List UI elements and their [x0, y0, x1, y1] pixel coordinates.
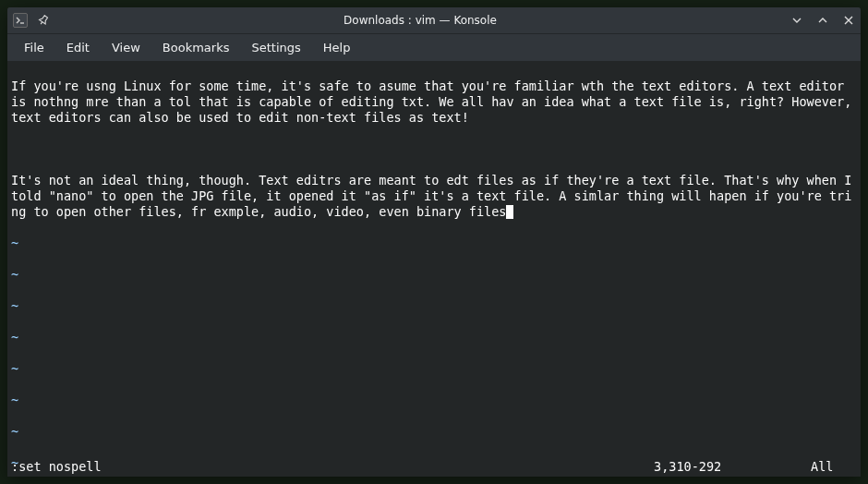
- pin-icon[interactable]: [37, 14, 50, 27]
- vim-tilde: ~: [11, 424, 857, 440]
- menu-file[interactable]: File: [15, 37, 54, 58]
- text-paragraph-1: If you're usng Linux for some time, it's…: [11, 79, 857, 126]
- window-title: Downloads : vim — Konsole: [50, 14, 790, 27]
- blank-line: [11, 141, 857, 157]
- minimize-icon[interactable]: [790, 14, 803, 27]
- cursor: [506, 205, 513, 219]
- menu-edit[interactable]: Edit: [57, 37, 99, 58]
- vim-tilde: ~: [11, 393, 857, 408]
- menu-view[interactable]: View: [102, 37, 150, 58]
- vim-tilde: ~: [11, 267, 857, 283]
- app-icon: [13, 13, 28, 28]
- vim-cursor-position: 3,310-292: [654, 459, 811, 475]
- terminal-viewport[interactable]: If you're usng Linux for some time, it's…: [7, 61, 861, 477]
- konsole-window: Downloads : vim — Konsole File Edit View…: [7, 7, 861, 477]
- text-paragraph-2: It's not an ideal thing, though. Text ed…: [11, 173, 857, 220]
- titlebar[interactable]: Downloads : vim — Konsole: [7, 7, 861, 33]
- vim-scroll-percent: All: [811, 459, 857, 475]
- titlebar-left: [13, 13, 50, 28]
- vim-tilde: ~: [11, 361, 857, 377]
- menubar: File Edit View Bookmarks Settings Help: [7, 33, 861, 61]
- maximize-icon[interactable]: [816, 14, 829, 27]
- titlebar-right: [790, 14, 855, 27]
- vim-tilde: ~: [11, 330, 857, 345]
- vim-status-line: :set nospell 3,310-292 All: [11, 459, 857, 475]
- vim-command: :set nospell: [11, 459, 102, 475]
- menu-help[interactable]: Help: [314, 37, 360, 58]
- close-icon[interactable]: [842, 14, 855, 27]
- vim-tilde: ~: [11, 236, 857, 251]
- vim-tilde: ~: [11, 298, 857, 314]
- menu-bookmarks[interactable]: Bookmarks: [153, 37, 239, 58]
- menu-settings[interactable]: Settings: [242, 37, 309, 58]
- paragraph-2-text: It's not an ideal thing, though. Text ed…: [11, 173, 859, 219]
